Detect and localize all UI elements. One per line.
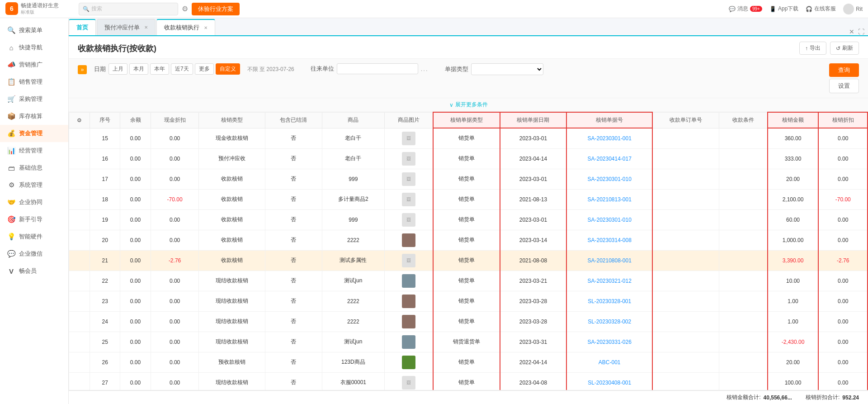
row-verify-no[interactable]: SA-20230414-017 (566, 148, 652, 169)
row-balance: 0.00 (120, 169, 151, 189)
row-verify-no[interactable]: SA-20230331-026 (566, 332, 652, 352)
tab-receipt-verify[interactable]: 收款核销执行 ✕ (156, 19, 215, 35)
row-verify-discount: 0.00 (818, 128, 868, 148)
sidebar-item-label: 畅会员 (19, 267, 37, 275)
export-button[interactable]: ↑ 导出 (799, 42, 826, 55)
table-row: 250.000.00现结收款核销否测试jun销货退货单2023-03-31SA-… (69, 332, 868, 352)
from-unit-label: 往来单位 (311, 65, 334, 73)
user-area[interactable]: Rit (843, 4, 863, 14)
app-download-item[interactable]: 📱 App下载 (769, 5, 798, 13)
industry-solution-button[interactable]: 休验行业方案 (192, 3, 240, 15)
sidebar-item-marketing[interactable]: 📣 营销推广 (0, 56, 68, 73)
finance-icon: 💰 (7, 129, 15, 138)
row-verify-no[interactable]: SA-20210808-001 (566, 250, 652, 271)
row-settings[interactable] (69, 230, 90, 250)
row-verify-no[interactable]: SA-20230314-008 (566, 230, 652, 250)
row-verify-no[interactable]: ABC-001 (566, 352, 652, 372)
tab-prepay-close[interactable]: ✕ (144, 25, 148, 30)
filter-action-buttons: 查询 设置 (829, 63, 859, 93)
marketing-icon: 📣 (7, 61, 15, 69)
sidebar-item-member[interactable]: V 畅会员 (0, 262, 68, 280)
row-verify-no[interactable]: SA-20230301-010 (566, 169, 652, 189)
row-include-settled: 否 (265, 352, 322, 372)
sidebar-item-navigation[interactable]: ⌂ 快捷导航 (0, 39, 68, 56)
row-settings[interactable] (69, 372, 90, 390)
total-verify-amount-value: 40,556,66... (764, 394, 792, 401)
sidebar-item-system[interactable]: ⚙ 系统管理 (0, 176, 68, 194)
row-receipt-condition (719, 250, 768, 271)
tab-prepay[interactable]: 预付冲应付单 ✕ (97, 19, 156, 35)
col-settings[interactable]: ⚙ (69, 112, 90, 128)
date-btn-this-month[interactable]: 本月 (129, 63, 148, 75)
row-goods-img (384, 332, 433, 352)
tab-receipt-verify-close[interactable]: ✕ (204, 25, 208, 30)
voucher-type-select[interactable] (471, 63, 543, 75)
settings-icon[interactable]: ⚙ (182, 5, 188, 13)
date-btn-this-year[interactable]: 本年 (150, 63, 169, 75)
sidebar-item-purchase[interactable]: 🛒 采购管理 (0, 90, 68, 108)
row-verify-no[interactable]: SL-20230328-002 (566, 311, 652, 332)
date-filter-group: 日期 上月 本月 本年 近7天 更多 自定义 (94, 63, 240, 75)
row-verify-no[interactable]: SA-20230301-001 (566, 128, 652, 148)
date-btn-more[interactable]: 更多 (195, 63, 214, 75)
date-btn-custom[interactable]: 自定义 (216, 63, 240, 75)
from-unit-input[interactable] (337, 63, 418, 74)
row-settings[interactable] (69, 250, 90, 271)
row-settings[interactable] (69, 128, 90, 148)
sidebar-item-hardware[interactable]: 💡 智能硬件 (0, 228, 68, 245)
row-verify-type: 收款核销 (199, 189, 265, 209)
tab-close-all-button[interactable]: ✕ (849, 28, 854, 35)
col-verify-date: 核销单据日期 (500, 112, 567, 128)
row-settings[interactable] (69, 148, 90, 169)
sidebar-item-finance[interactable]: 💰 资金管理 (0, 125, 68, 142)
row-verify-type: 现结收款核销 (199, 311, 265, 332)
row-verify-no[interactable]: SA-20210813-001 (566, 189, 652, 209)
sidebar-item-collab[interactable]: 🤝 企业协同 (0, 194, 68, 211)
query-button[interactable]: 查询 (829, 63, 859, 77)
row-include-settled: 否 (265, 250, 322, 271)
logo-icon: 6 (5, 2, 18, 15)
setting-button[interactable]: 设置 (829, 79, 859, 93)
row-settings[interactable] (69, 271, 90, 291)
date-btn-last-month[interactable]: 上月 (108, 63, 127, 75)
row-settings[interactable] (69, 352, 90, 372)
notification-item[interactable]: 💬 消息 99+ (729, 5, 762, 13)
row-seq: 18 (90, 189, 120, 209)
sidebar-item-inventory[interactable]: 📦 库存核算 (0, 108, 68, 125)
row-verify-date: 2023-04-14 (500, 148, 567, 169)
expand-more-button[interactable]: ∨ 展开更多条件 (449, 101, 488, 109)
sidebar-item-newguide[interactable]: 🎯 新手引导 (0, 211, 68, 228)
row-verify-discount: 0.00 (818, 209, 868, 230)
tab-expand-button[interactable]: ⛶ (858, 28, 864, 35)
sidebar-item-sales[interactable]: 📋 销售管理 (0, 73, 68, 90)
row-receipt-order-no (652, 372, 719, 390)
row-verify-no[interactable]: SA-20230321-012 (566, 271, 652, 291)
row-settings[interactable] (69, 332, 90, 352)
refresh-button[interactable]: ↺ 刷新 (830, 42, 859, 55)
sidebar-item-search[interactable]: 🔍 搜索菜单 (0, 22, 68, 39)
top-search-box[interactable]: 🔍 搜索 (79, 3, 178, 15)
tab-home[interactable]: 首页 (69, 19, 96, 35)
row-verify-no[interactable]: SL-20230408-001 (566, 372, 652, 390)
row-balance: 0.00 (120, 128, 151, 148)
online-service-item[interactable]: 🎧 在线客服 (806, 5, 836, 13)
row-verify-voucher-type: 销货单 (433, 169, 500, 189)
row-settings[interactable] (69, 311, 90, 332)
row-verify-discount: 0.00 (818, 148, 868, 169)
row-settings[interactable] (69, 291, 90, 311)
date-btn-7days[interactable]: 近7天 (171, 63, 193, 75)
sidebar-item-operations[interactable]: 📊 经营管理 (0, 142, 68, 159)
row-verify-no[interactable]: SA-20230301-010 (566, 209, 652, 230)
col-goods-img: 商品图片 (384, 112, 433, 128)
row-settings[interactable] (69, 209, 90, 230)
filter-expand-button[interactable]: » (78, 65, 87, 74)
row-include-settled: 否 (265, 189, 322, 209)
row-settings[interactable] (69, 189, 90, 209)
row-balance: 0.00 (120, 352, 151, 372)
sidebar-item-wechat[interactable]: 💬 企业微信 (0, 245, 68, 262)
sidebar-item-basicinfo[interactable]: 🗃 基础信息 (0, 159, 68, 176)
row-verify-no[interactable]: SL-20230328-001 (566, 291, 652, 311)
row-goods: 2222 (322, 311, 384, 332)
table-body: 150.000.00现金收款核销否老白干🖼销货单2023-03-01SA-202… (69, 128, 868, 390)
row-settings[interactable] (69, 169, 90, 189)
